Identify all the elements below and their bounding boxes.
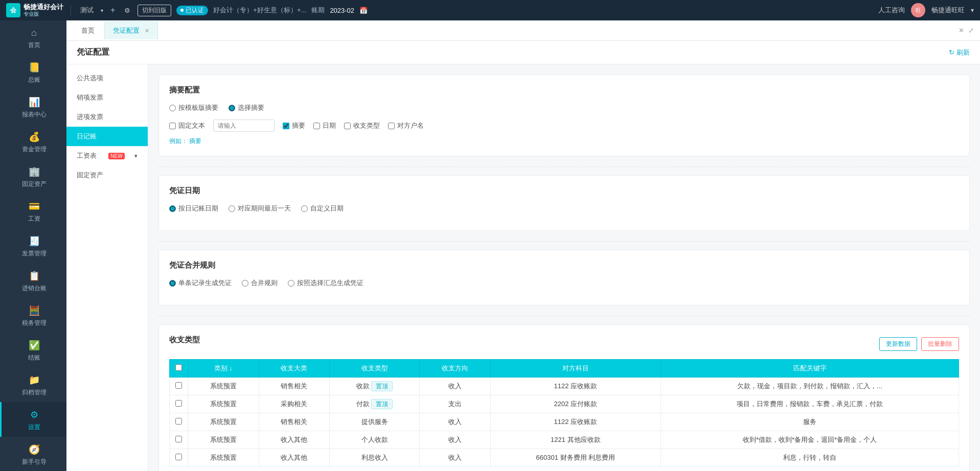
sidebar-item-invoice[interactable]: 🧾 发票管理: [0, 228, 66, 263]
date-radio-custom[interactable]: [301, 205, 308, 212]
merge-option-rule[interactable]: 合并规则: [242, 278, 278, 288]
merge-option-single[interactable]: 单条记录生成凭证: [169, 278, 232, 288]
sidebar-item-reports[interactable]: 📊 报表中心: [0, 89, 66, 124]
row-1-checkbox[interactable]: [175, 382, 182, 389]
fixed-text-checkbox-label[interactable]: 固定文本: [169, 121, 205, 130]
summary-checkbox[interactable]: [283, 123, 289, 129]
settings-icon[interactable]: ⚙: [122, 7, 132, 14]
sidebar-item-salary[interactable]: 💳 工资: [0, 194, 66, 228]
batch-delete-button[interactable]: 批量删除: [921, 337, 959, 351]
counterpart-checkbox-label[interactable]: 对方户名: [388, 121, 424, 130]
sidebar-label-invoice: 发票管理: [22, 249, 47, 258]
select-all-checkbox[interactable]: [175, 364, 182, 371]
left-nav-item-sales-invoice[interactable]: 销项发票: [66, 88, 148, 107]
date-radio-journal[interactable]: [169, 205, 176, 212]
row-2-checkbox[interactable]: [175, 400, 182, 407]
col-match-keyword: 匹配关键字: [661, 360, 959, 378]
row-5-direction: 收入: [420, 449, 491, 467]
left-nav-item-payroll[interactable]: 工资表 NEW ▾: [66, 146, 148, 166]
left-nav-item-daily-ledger[interactable]: 日记账: [66, 127, 148, 146]
topbar-right: 人工咨询 旺 畅捷通旺旺 ▾: [878, 3, 974, 17]
avatar[interactable]: 旺: [911, 3, 925, 17]
workspace-name[interactable]: 测试: [78, 6, 96, 15]
date-checkbox[interactable]: [313, 123, 320, 129]
summary-radio-template[interactable]: [169, 105, 176, 111]
update-data-button[interactable]: 更新数据: [879, 337, 917, 351]
sidebar-label-reports: 报表中心: [22, 110, 47, 119]
left-nav-item-fixed-assets[interactable]: 固定资产: [66, 166, 148, 185]
sidebar-item-settle[interactable]: ✅ 结账: [0, 333, 66, 367]
user-dropdown-icon[interactable]: ▾: [971, 7, 974, 14]
window-maximize-icon[interactable]: ⤢: [968, 27, 974, 34]
date-checkbox-label[interactable]: 日期: [313, 121, 336, 130]
sidebar-item-assets[interactable]: 🏢 固定资产: [0, 159, 66, 194]
counterpart-checkbox[interactable]: [388, 123, 395, 129]
summary-radio-select[interactable]: [229, 105, 235, 111]
col-checkbox: [170, 360, 188, 378]
tab-voucher-config-label: 凭证配置: [113, 27, 140, 34]
sidebar-item-settings[interactable]: ⚙ 设置: [0, 402, 66, 437]
date-option-custom[interactable]: 自定义日期: [301, 204, 344, 213]
tab-close-icon[interactable]: ✕: [145, 28, 149, 34]
left-nav-item-purchase-invoice[interactable]: 进项发票: [66, 107, 148, 127]
summary-select-label: 选择摘要: [238, 103, 264, 112]
sidebar-label-tax: 税务管理: [22, 319, 47, 327]
income-expense-title: 收支类型: [169, 335, 200, 345]
fixed-text-input[interactable]: [213, 120, 275, 132]
date-option-journal[interactable]: 按日记账日期: [169, 204, 218, 213]
row-4-checkbox[interactable]: [175, 436, 182, 442]
merge-section: 凭证合并规则 单条记录生成凭证 合并规则: [158, 250, 970, 305]
merge-option-by-selection[interactable]: 按照选择汇总生成凭证: [288, 278, 363, 288]
summary-checkbox-label[interactable]: 摘要: [283, 121, 305, 130]
tab-home[interactable]: 首页: [73, 21, 103, 39]
summary-section: 摘要配置 按模板版摘要 选择摘要: [158, 75, 970, 156]
period-label: 账期: [311, 6, 325, 15]
divider-1: [158, 167, 970, 167]
row-3-checkbox[interactable]: [175, 418, 182, 425]
date-radio-period-last[interactable]: [229, 205, 235, 212]
sidebar-item-home[interactable]: ⌂ 首页: [0, 20, 66, 55]
window-close-icon[interactable]: ✕: [959, 27, 964, 34]
row-1-top-tag[interactable]: 置顶: [371, 381, 393, 391]
workspace-dropdown-icon[interactable]: ▾: [101, 8, 103, 13]
sidebar-label-ledger: 总账: [28, 76, 40, 84]
fixed-text-label: 固定文本: [178, 121, 205, 130]
page-title: 凭证配置: [77, 47, 109, 58]
sidebar-item-archive[interactable]: 📁 归档管理: [0, 367, 66, 402]
date-option-period-last[interactable]: 对应期间最后一天: [229, 204, 291, 213]
merge-single-label: 单条记录生成凭证: [178, 278, 232, 288]
sidebar-label-salary: 工资: [28, 215, 40, 223]
help-link[interactable]: 人工咨询: [878, 6, 905, 15]
sidebar-item-guide[interactable]: 🧭 新手引导: [0, 437, 66, 471]
left-nav-item-public[interactable]: 公共选项: [66, 68, 148, 88]
sidebar-item-tax[interactable]: 🧮 税务管理: [0, 298, 66, 333]
sidebar-item-ledger[interactable]: 📒 总账: [0, 55, 66, 89]
summary-template-label: 按模板版摘要: [178, 103, 218, 112]
income-expense-section: 收支类型 更新数据 批量删除: [158, 324, 970, 471]
summary-option-select[interactable]: 选择摘要: [229, 103, 264, 112]
fixed-text-checkbox[interactable]: [169, 123, 176, 129]
inner-layout: 公共选项 销项发票 进项发票 日记账 工资表 NEW ▾: [66, 64, 980, 471]
row-4-main-type: 收入其他: [259, 431, 330, 449]
sidebar-item-purchase[interactable]: 📋 进销台账: [0, 263, 66, 298]
table-row: 系统预置 销售相关 收款 置顶 收入 1122 应收账款 欠款，现金，项目款，到…: [170, 378, 959, 395]
switch-version-button[interactable]: 切到旧版: [138, 5, 171, 16]
guide-icon: 🧭: [29, 444, 40, 455]
calendar-icon[interactable]: 📅: [359, 7, 368, 14]
merge-rule-label: 合并规则: [251, 278, 278, 288]
merge-radio-rule[interactable]: [242, 280, 248, 287]
type-checkbox[interactable]: [344, 123, 351, 129]
row-2-top-tag[interactable]: 置顶: [371, 399, 393, 409]
row-5-checkbox[interactable]: [175, 454, 182, 460]
summary-option-template[interactable]: 按模板版摘要: [169, 103, 218, 112]
merge-radio-single[interactable]: [169, 280, 176, 287]
sidebar-item-funds[interactable]: 💰 资金管理: [0, 124, 66, 159]
left-nav-label-daily-ledger: 日记账: [77, 132, 97, 141]
tab-voucher-config[interactable]: 凭证配置 ✕: [104, 21, 158, 39]
add-icon[interactable]: +: [108, 6, 117, 15]
page-header: 凭证配置 ↻ 刷新: [66, 41, 980, 64]
refresh-button[interactable]: ↻ 刷新: [949, 48, 970, 57]
merge-radio-by-selection[interactable]: [288, 280, 294, 287]
type-checkbox-label[interactable]: 收支类型: [344, 121, 380, 130]
logo-icon: 会: [6, 3, 20, 17]
